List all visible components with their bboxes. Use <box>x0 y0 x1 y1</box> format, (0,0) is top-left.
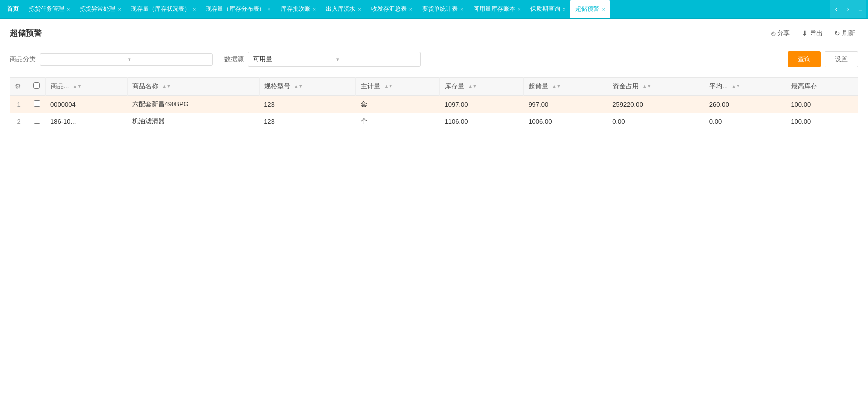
col-spec: 规格型号 ▲▼ <box>259 78 356 96</box>
datasource-select[interactable]: 可用量 ▾ <box>248 52 421 67</box>
sort-product-name-icon[interactable]: ▲▼ <box>162 84 171 89</box>
close-overstock-warning[interactable]: × <box>602 6 605 12</box>
cell-stock-qty: 1106.00 <box>440 113 524 130</box>
col-max-stock: 最高库存 <box>786 78 858 96</box>
datasource-filter-group: 数据源 可用量 ▾ <box>224 52 421 67</box>
nav-arrows: ‹ › ≡ <box>830 0 866 19</box>
nav-more-button[interactable]: ≡ <box>854 0 866 19</box>
export-button[interactable]: ⬇ 导出 <box>799 27 825 40</box>
category-dropdown-icon: ▾ <box>128 56 207 63</box>
nav-item-inventory-status[interactable]: 现存量（库存状况表） × <box>126 0 201 18</box>
col-capital-occupied: 资金占用 ▲▼ <box>608 78 704 96</box>
cell-overstock-qty: 997.00 <box>523 96 608 113</box>
close-available-account[interactable]: × <box>518 6 521 12</box>
col-settings: ⚙ <box>10 78 28 96</box>
refresh-button[interactable]: ↻ 刷新 <box>831 27 858 40</box>
col-product-code: 商品... ▲▼ <box>45 78 128 96</box>
page-title: 超储预警 <box>10 28 42 39</box>
nav-item-pick-task[interactable]: 拣货任务管理 × <box>24 0 75 18</box>
row-checkbox[interactable] <box>34 118 40 124</box>
category-select[interactable]: ▾ <box>40 53 213 66</box>
data-table-container: ⚙ 商品... ▲▼ 商品名称 ▲▼ 规格型号 ▲▼ <box>10 77 858 130</box>
close-batch-account[interactable]: × <box>313 6 316 12</box>
cell-unit: 套 <box>356 96 440 113</box>
close-order-stats[interactable]: × <box>460 6 463 12</box>
cell-capital-occupied: 259220.00 <box>608 96 704 113</box>
nav-item-receive-summary[interactable]: 收发存汇总表 × <box>366 0 417 18</box>
cell-product-name: 六配套新昌490BPG <box>128 96 260 113</box>
row-checkbox[interactable] <box>34 100 40 107</box>
nav-next-button[interactable]: › <box>842 0 854 19</box>
page-header: 超储预警 ⎋ 分享 ⬇ 导出 ↻ 刷新 <box>10 27 858 40</box>
cell-max-stock: 100.00 <box>786 113 858 130</box>
sort-product-code-icon[interactable]: ▲▼ <box>73 84 82 89</box>
cell-product-code: 186-10... <box>45 113 128 130</box>
refresh-icon: ↻ <box>834 29 840 37</box>
query-button[interactable]: 查询 <box>788 51 821 67</box>
close-inventory-status[interactable]: × <box>193 6 196 12</box>
nav-item-home[interactable]: 首页 <box>2 0 24 18</box>
cell-product-code: 0000004 <box>45 96 128 113</box>
filter-actions: 查询 设置 <box>788 51 858 67</box>
top-navigation: 首页 拣货任务管理 × 拣货异常处理 × 现存量（库存状况表） × 现存量（库存… <box>0 0 868 19</box>
close-inventory-dist[interactable]: × <box>267 6 270 12</box>
category-filter-group: 商品分类 ▾ <box>10 53 213 66</box>
close-inout-flow[interactable]: × <box>358 6 361 12</box>
table-row: 2 186-10... 机油滤清器 123 个 1106.00 1006.00 … <box>10 113 858 130</box>
row-checkbox-cell <box>28 113 45 130</box>
cell-avg: 260.00 <box>704 96 786 113</box>
cell-max-stock: 100.00 <box>786 96 858 113</box>
close-receive-summary[interactable]: × <box>409 6 412 12</box>
nav-item-pick-exception[interactable]: 拣货异常处理 × <box>75 0 126 18</box>
col-unit: 主计量 ▲▼ <box>356 78 440 96</box>
nav-item-inventory-dist[interactable]: 现存量（库存分布表） × <box>201 0 275 18</box>
export-icon: ⬇ <box>802 29 808 37</box>
col-avg: 平均... ▲▼ <box>704 78 786 96</box>
table-row: 1 0000004 六配套新昌490BPG 123 套 1097.00 997.… <box>10 96 858 113</box>
cell-spec: 123 <box>259 96 356 113</box>
col-overstock-qty: 超储量 ▲▼ <box>523 78 608 96</box>
sort-stock-qty-icon[interactable]: ▲▼ <box>468 84 477 89</box>
nav-item-order-stats[interactable]: 要货单统计表 × <box>417 0 468 18</box>
cell-spec: 123 <box>259 113 356 130</box>
nav-prev-button[interactable]: ‹ <box>830 0 842 19</box>
nav-item-inout-flow[interactable]: 出入库流水 × <box>321 0 366 18</box>
sort-overstock-qty-icon[interactable]: ▲▼ <box>552 84 561 89</box>
col-checkbox <box>28 78 45 96</box>
filter-bar: 商品分类 ▾ 数据源 可用量 ▾ 查询 设置 <box>10 47 858 71</box>
main-content: 超储预警 ⎋ 分享 ⬇ 导出 ↻ 刷新 商品分类 ▾ 数据源 <box>0 19 868 395</box>
nav-item-available-account[interactable]: 可用量库存账本 × <box>469 0 525 18</box>
sort-capital-icon[interactable]: ▲▼ <box>642 84 651 89</box>
nav-item-expiry-query[interactable]: 保质期查询 × <box>525 0 570 18</box>
cell-overstock-qty: 1006.00 <box>523 113 608 130</box>
row-num: 2 <box>10 113 28 130</box>
col-product-name: 商品名称 ▲▼ <box>128 78 260 96</box>
select-all-checkbox[interactable] <box>33 82 40 89</box>
category-label: 商品分类 <box>10 55 36 64</box>
sort-spec-icon[interactable]: ▲▼ <box>294 84 303 89</box>
nav-item-batch-account[interactable]: 库存批次账 × <box>276 0 321 18</box>
col-stock-qty: 库存量 ▲▼ <box>440 78 524 96</box>
table-settings-icon[interactable]: ⚙ <box>15 82 21 90</box>
header-actions: ⎋ 分享 ⬇ 导出 ↻ 刷新 <box>768 27 858 40</box>
close-expiry-query[interactable]: × <box>563 6 565 12</box>
sort-avg-icon[interactable]: ▲▼ <box>732 84 740 89</box>
set-button[interactable]: 设置 <box>825 51 858 67</box>
share-button[interactable]: ⎋ 分享 <box>768 27 793 40</box>
cell-stock-qty: 1097.00 <box>440 96 524 113</box>
row-num: 1 <box>10 96 28 113</box>
cell-product-name: 机油滤清器 <box>128 113 260 130</box>
row-checkbox-cell <box>28 96 45 113</box>
overstock-table: ⚙ 商品... ▲▼ 商品名称 ▲▼ 规格型号 ▲▼ <box>10 77 858 130</box>
cell-unit: 个 <box>356 113 440 130</box>
nav-item-overstock-warning[interactable]: 超储预警 × <box>570 0 609 18</box>
cell-capital-occupied: 0.00 <box>608 113 704 130</box>
close-pick-exception[interactable]: × <box>118 6 121 12</box>
share-icon: ⎋ <box>771 29 775 37</box>
cell-avg: 0.00 <box>704 113 786 130</box>
datasource-dropdown-icon: ▾ <box>336 56 415 63</box>
datasource-label: 数据源 <box>224 55 244 64</box>
close-pick-task[interactable]: × <box>67 6 70 12</box>
sort-unit-icon[interactable]: ▲▼ <box>384 84 393 89</box>
